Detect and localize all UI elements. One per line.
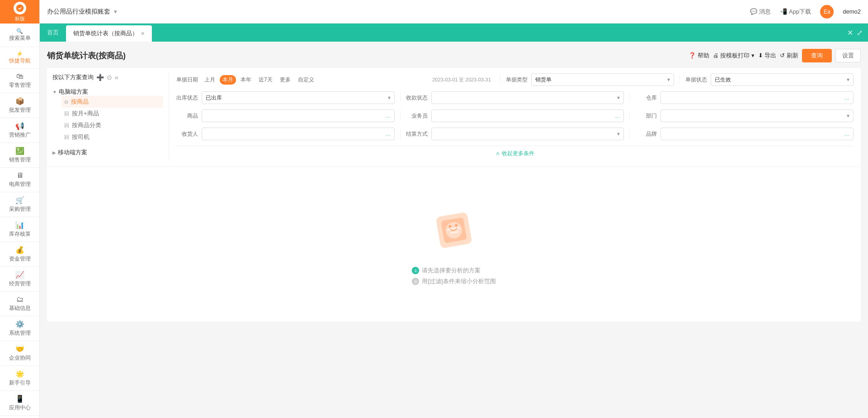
sidebar-item-basic[interactable]: 🗂 基础信息 (0, 292, 39, 316)
refresh-btn[interactable]: ↺ 刷新 (780, 52, 798, 60)
warehouse-label: 仓库 (635, 94, 657, 102)
filter-warehouse-item: 仓库 … (635, 91, 854, 104)
add-scheme-btn[interactable]: ➕ (96, 74, 104, 81)
export-btn[interactable]: ⬇ 导出 (758, 52, 777, 60)
sidebar-item-wholesale[interactable]: 📦 批发管理 (0, 93, 39, 118)
warehouse-control[interactable]: … (660, 91, 854, 104)
basic-icon: 🗂 (2, 295, 38, 304)
sidebar-item-wechat[interactable]: 💬 企业微信 (0, 416, 39, 418)
settings-btn[interactable]: 设置 (835, 49, 861, 62)
filter-goods-item: 商品 … (176, 109, 395, 122)
sidebar-item-operation[interactable]: 📈 经营管理 (0, 267, 39, 292)
dept-control[interactable]: ▾ (660, 109, 854, 122)
sidebar-item-purchase[interactable]: 🛒 采购管理 (0, 192, 39, 217)
by-cashier-icon: 回 (64, 134, 69, 141)
query-btn[interactable]: 查询 (802, 49, 832, 62)
payment-method-control[interactable]: ▾ (431, 128, 624, 140)
receiver-more-btn[interactable]: … (386, 131, 391, 137)
payment-status-control[interactable]: ▾ (431, 91, 624, 104)
date-tab-this-year[interactable]: 本年 (238, 75, 254, 85)
filter-row-2: 出库状态 已出库 ▾ 收款状态 ▾ (176, 91, 854, 104)
tab-sales-stat[interactable]: 销货单统计表（按商品） ✕ (66, 25, 152, 42)
wholesale-label: 批发管理 (2, 106, 38, 114)
logo-icon (14, 2, 26, 14)
search-menu-label: 搜索菜单 (0, 34, 39, 42)
content-area: 销货单统计表(按商品) ❓ 帮助 🖨 按模板打印 ▾ ⬇ 导出 ↺ 刷新 (40, 42, 868, 418)
out-status-arrow: ▾ (388, 95, 391, 101)
date-tab-more[interactable]: 更多 (277, 75, 293, 85)
salesman-control[interactable]: … (431, 109, 624, 122)
payment-method-label: 结算方式 (406, 130, 428, 138)
quick-nav-icon: ⚡ (16, 51, 23, 57)
filter-brand-item: 品牌 … (635, 128, 854, 140)
doc-type-arrow: ▾ (667, 76, 670, 83)
by-month-goods-icon: 回 (64, 110, 69, 117)
quick-nav-item[interactable]: ⚡ 快捷导航 (0, 47, 39, 69)
system-label: 系统管理 (2, 329, 38, 337)
sidebar-item-finance[interactable]: 💰 资金管理 (0, 242, 39, 267)
sidebar-item-guide[interactable]: 🌟 新手引导 (0, 366, 39, 391)
by-goods-icon: ⊙ (64, 99, 68, 105)
topbar-dropdown[interactable]: ▾ (114, 8, 117, 15)
filter-payment-method-item: 结算方式 ▾ (406, 128, 624, 140)
print-btn[interactable]: 🖨 按模板打印 ▾ (713, 52, 755, 60)
brand-more-btn[interactable]: … (844, 131, 849, 137)
tree-child-by-goods[interactable]: ⊙ 按商品 (61, 96, 163, 108)
filter-doc-type-item: 单据类型 销货单 ▾ (506, 73, 674, 86)
filter-payment-status-item: 收款状态 ▾ (406, 91, 624, 104)
tree-mobile-item: ▶ 移动端方案 (52, 145, 163, 160)
basic-label: 基础信息 (2, 304, 38, 312)
user-avatar[interactable]: Ea (820, 5, 834, 19)
message-icon: 💬 (750, 8, 757, 15)
receiver-control[interactable]: … (202, 128, 395, 140)
maximize-btn[interactable]: ⤢ (857, 28, 863, 37)
collapse-panel-btn[interactable]: « (115, 74, 118, 81)
print-dropdown-icon[interactable]: ▾ (751, 52, 755, 59)
salesman-more-btn[interactable]: … (615, 113, 620, 119)
sidebar-item-ecommerce[interactable]: 🖥 电商管理 (0, 168, 39, 192)
app-download-btn[interactable]: 📲 App下载 (780, 8, 811, 16)
page-header: 销货单统计表(按商品) ❓ 帮助 🖨 按模板打印 ▾ ⬇ 导出 ↺ 刷新 (47, 49, 861, 62)
tab-close-btn[interactable]: ✕ (141, 31, 145, 37)
sidebar-item-enterprise[interactable]: 🤝 企业协同 (0, 341, 39, 366)
salesman-label: 业务员 (406, 112, 428, 120)
sidebar-item-marketing[interactable]: 📢 营销推广 (0, 118, 39, 143)
out-status-control[interactable]: 已出库 ▾ (202, 91, 395, 104)
doc-type-control[interactable]: 销货单 ▾ (531, 73, 674, 86)
tree-pc-parent[interactable]: ▼ 电脑端方案 (52, 88, 163, 96)
close-window-btn[interactable]: ✕ (847, 28, 853, 37)
message-btn[interactable]: 💬 消息 (750, 8, 771, 16)
empty-lines: ① 请先选择要分析的方案 ② 用[过滤]条件来缩小分析范围 (412, 266, 495, 285)
filter-salesman-item: 业务员 … (406, 109, 624, 122)
collapse-bar[interactable]: ∧ 收起更多条件 (176, 146, 854, 161)
empty-state: ① 请先选择要分析的方案 ② 用[过滤]条件来缩小分析范围 (47, 167, 861, 322)
scheme-settings-btn[interactable]: ⊙ (107, 74, 112, 81)
warehouse-more-btn[interactable]: … (844, 95, 849, 100)
tree-child-by-month-goods[interactable]: 回 按月+商品 (61, 108, 163, 119)
refresh-label: 刷新 (787, 52, 798, 59)
goods-control[interactable]: … (202, 109, 395, 122)
sidebar-item-sales[interactable]: 💹 销售管理 (0, 143, 39, 168)
date-tab-custom[interactable]: 自定义 (295, 75, 317, 85)
goods-more-btn[interactable]: … (386, 113, 391, 119)
receiver-label: 收货人 (176, 130, 198, 138)
date-tab-7days[interactable]: 近7天 (256, 75, 275, 85)
tree-child-by-goods-category[interactable]: 回 按商品分类 (61, 119, 163, 131)
help-btn[interactable]: ❓ 帮助 (689, 52, 709, 60)
sidebar-item-system[interactable]: ⚙️ 系统管理 (0, 316, 39, 341)
date-row: 上月 本月 本年 近7天 更多 自定义 (202, 75, 429, 85)
tree-pc-label: 电脑端方案 (59, 88, 88, 96)
sidebar-item-inventory[interactable]: 📊 库存核算 (0, 217, 39, 242)
tree-child-by-cashier[interactable]: 回 按司机 (61, 131, 163, 143)
date-tab-this-month[interactable]: 本月 (220, 75, 236, 85)
sidebar-item-appcenter[interactable]: 📱 应用中心 (0, 391, 39, 416)
doc-status-control[interactable]: 已生效 ▾ (711, 73, 854, 86)
date-tab-last-month[interactable]: 上月 (202, 75, 218, 85)
tree-mobile-parent[interactable]: ▶ 移动端方案 (52, 147, 163, 158)
sidebar-item-retail[interactable]: 🛍 零售管理 (0, 69, 39, 93)
message-label: 消息 (759, 8, 771, 16)
tab-home[interactable]: 首页 (40, 24, 66, 42)
brand-control[interactable]: … (660, 128, 854, 140)
empty-num-1: ① (412, 267, 419, 274)
search-menu-item[interactable]: 🔍 搜索菜单 (0, 24, 39, 47)
